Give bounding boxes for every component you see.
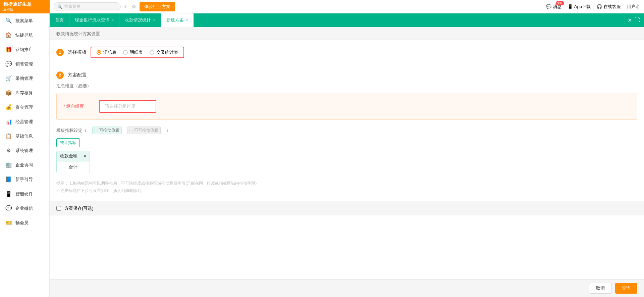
sidebar-icon-smart-hw: 📱 (5, 191, 12, 197)
page-content: 收款情况统计方案设置 1 选择模板 汇总表 (50, 27, 644, 279)
metric-card-dropdown-icon[interactable]: ▾ (84, 154, 86, 159)
dimension-select[interactable]: 请选择分组维度 (99, 100, 156, 113)
search-bar[interactable]: 🔍 搜索菜单 (54, 2, 121, 11)
edition-label: 标准版 (3, 7, 32, 12)
sidebar-icon-system: ⚙ (5, 147, 12, 154)
hint-2: 2. 点击标题栏下拉可设置排序、插入列和删除列 (56, 187, 637, 195)
sidebar-label-basic-info: 基础信息 (15, 133, 33, 139)
sidebar-icon-inventory: 📦 (5, 90, 12, 96)
sidebar-item-marketing[interactable]: 🎁 营销推广 (0, 42, 49, 57)
radio-dot-summary (97, 50, 101, 55)
sidebar-label-inventory: 库存核算 (15, 90, 33, 96)
tab-close-collection[interactable]: × (153, 18, 155, 22)
sidebar-item-smart-hw[interactable]: 📱 智能硬件 (0, 187, 49, 201)
query-button[interactable]: 查询 (615, 283, 637, 294)
tab-close-new-plan[interactable]: × (186, 18, 188, 22)
sidebar-label-enterprise: 企业协同 (15, 162, 33, 168)
sidebar-item-finance[interactable]: 💰 资金管理 (0, 100, 49, 114)
cancel-button[interactable]: 取消 (589, 283, 612, 294)
sidebar-label-member: 畅会员 (15, 220, 29, 226)
sidebar-icon-wechat: 💬 (5, 205, 12, 211)
sidebar-item-sales[interactable]: 💬 销售管理 (0, 57, 49, 71)
service-label: 在线客服 (603, 4, 621, 10)
metric-card-body: 合计 (57, 161, 90, 173)
search-dropdown-icon[interactable]: ▾ (124, 3, 127, 10)
sidebar-label-wechat: 企业微信 (15, 205, 33, 211)
tab-home[interactable]: 首页 (50, 13, 69, 27)
download-icon: 📱 (568, 4, 573, 9)
sidebar-icon-operations: 📊 (5, 118, 12, 125)
sidebar-item-wechat[interactable]: 💬 企业微信 (0, 201, 49, 215)
tab-label-bank: 现金银行流水查询 (75, 17, 110, 23)
maximize-icon[interactable]: ⛶ (635, 17, 640, 23)
sidebar-icon-finance: 💰 (5, 104, 12, 110)
metric-card-title: 收款金额 (60, 153, 77, 159)
radio-detail[interactable]: 明细表 (123, 49, 143, 55)
tab-collection[interactable]: 收款情况统计 × (119, 13, 161, 27)
undraggable-tag: 不可拖动位置 (127, 127, 161, 134)
download-area[interactable]: 📱 App下载 (568, 4, 591, 10)
close-window-icon[interactable]: ✕ (628, 17, 632, 23)
radio-summary-label: 汇总表 (103, 49, 116, 55)
breadcrumb: 收款情况统计方案设置 (50, 27, 644, 40)
undraggable-color-dot (129, 129, 133, 132)
content-area: 首页现金银行流水查询 ×收款情况统计 ×新建方案 × ✕ ⛶ 收款情况统计方案设… (50, 13, 644, 297)
service-area[interactable]: 🎧 在线客服 (597, 4, 621, 10)
sidebar-label-sales: 销售管理 (15, 61, 33, 67)
metrics-header-close: ） (166, 128, 170, 134)
sidebar-item-quick-nav[interactable]: 🏠 快捷导航 (0, 28, 49, 42)
radio-detail-label: 明细表 (130, 49, 143, 55)
step2-number: 2 (56, 71, 64, 79)
sidebar-item-operations[interactable]: 📊 经营管理 (0, 114, 49, 129)
service-icon: 🎧 (597, 4, 602, 9)
metrics-header: 模板指标设定（ 可拖动位置 不可拖动位置 ） (56, 127, 637, 134)
download-label: App下载 (574, 4, 591, 10)
metrics-config: 模板指标设定（ 可拖动位置 不可拖动位置 ） 统计指标 (56, 127, 637, 194)
notification-area[interactable]: 💬 消息 99+ (546, 4, 561, 10)
radio-group: 汇总表 明细表 交叉统计表 (97, 49, 178, 55)
sidebar-icon-quick-nav: 🏠 (5, 32, 12, 38)
radio-crosstab[interactable]: 交叉统计表 (150, 49, 178, 55)
hint-1: 提示： 1.拖动标题栏可以调整布局，不可跨维度或指标区域拖动栏目字段(只能在同一… (56, 180, 637, 187)
sidebar-item-search-menu[interactable]: 🔍 搜索菜单 (0, 13, 49, 28)
dimension-area: * 纵向维度 — 请选择分组维度 (56, 93, 637, 120)
tab-label-collection: 收款情况统计 (125, 17, 151, 23)
search-icon: 🔍 (57, 4, 62, 9)
step2-section: 2 方案配置 (50, 65, 644, 79)
sidebar-label-finance: 资金管理 (15, 104, 33, 110)
sidebar-icon-purchase: 🛒 (5, 75, 12, 82)
sidebar-label-quick-nav: 快捷导航 (15, 32, 33, 38)
step1-title: 选择模板 (68, 49, 87, 55)
sidebar-item-guide[interactable]: 📘 新手引导 (0, 172, 49, 187)
sidebar-item-system[interactable]: ⚙ 系统管理 (0, 143, 49, 158)
tab-close-bank[interactable]: × (112, 18, 114, 22)
metric-card-header[interactable]: 收款金额 ▾ (57, 151, 90, 161)
save-checkbox[interactable] (56, 206, 61, 211)
draggable-label: 可拖动位置 (99, 128, 119, 133)
radio-summary[interactable]: 汇总表 (97, 49, 116, 55)
step2-block: 2 方案配置 (56, 71, 637, 79)
sidebar-item-purchase[interactable]: 🛒 采购管理 (0, 71, 49, 86)
user-label[interactable]: 用户名 (627, 4, 640, 10)
logo-area: 畅捷通好生意 标准版 (0, 0, 50, 13)
dimension-arrow: — (89, 104, 94, 109)
sidebar-label-guide: 新手引导 (15, 177, 33, 183)
sidebar: 🔍 搜索菜单 🏠 快捷导航 🎁 营销推广 💬 销售管理 🛒 采购管理 📦 库存核… (0, 13, 50, 297)
trial-button[interactable]: 体验行业方案 (140, 2, 175, 11)
tab-label-home: 首页 (55, 17, 64, 23)
sidebar-icon-enterprise: 🏢 (5, 162, 12, 168)
sidebar-item-enterprise[interactable]: 🏢 企业协同 (0, 158, 49, 172)
metrics-section-label: 统计指标 (56, 138, 80, 147)
tab-bank[interactable]: 现金银行流水查询 × (69, 13, 119, 27)
logo-text: 畅捷通好生意 (3, 1, 32, 7)
settings-icon[interactable]: ⚙ (131, 3, 136, 10)
tab-new-plan[interactable]: 新建方案 × (161, 13, 194, 27)
radio-dot-crosstab (150, 50, 154, 55)
sidebar-item-inventory[interactable]: 📦 库存核算 (0, 86, 49, 100)
draggable-color-dot (95, 129, 98, 132)
config-section: 汇总维度（必选） * 纵向维度 — 请选择分组维度 模板指标设定（ (50, 83, 644, 201)
sidebar-item-basic-info[interactable]: 📋 基础信息 (0, 129, 49, 143)
sidebar-item-member[interactable]: 🎫 畅会员 (0, 215, 49, 230)
sidebar-label-marketing: 营销推广 (15, 47, 33, 53)
sidebar-label-operations: 经营管理 (15, 119, 33, 125)
